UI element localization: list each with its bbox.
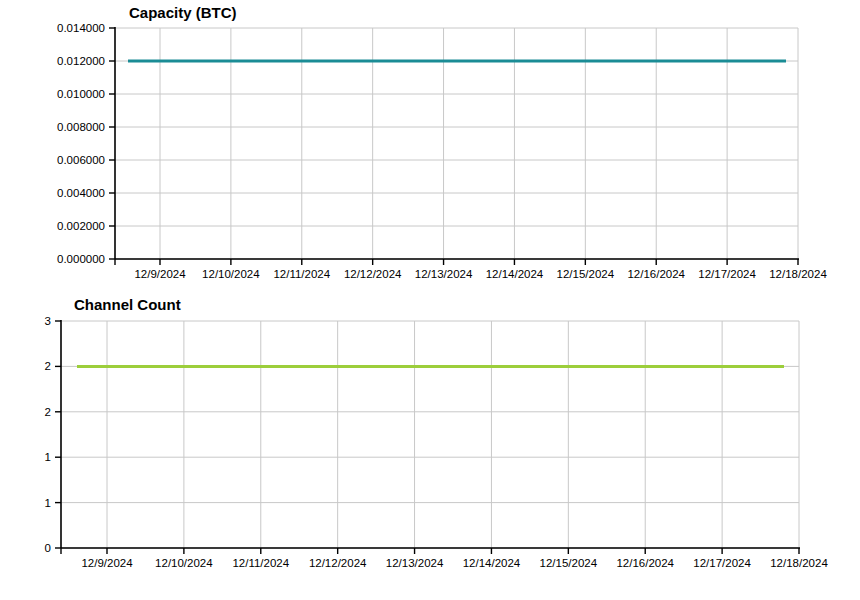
x-tick-label: 12/17/2024 bbox=[698, 268, 756, 280]
y-tick-label: 0.002000 bbox=[57, 220, 105, 232]
y-tick-label: 0.004000 bbox=[57, 187, 105, 199]
charts-panel: Capacity (BTC) 0.0140000.0120000.0100000… bbox=[0, 0, 860, 600]
y-tick-label: 0 bbox=[45, 542, 51, 554]
x-tick-label: 12/12/2024 bbox=[309, 557, 367, 569]
x-tick-label: 12/10/2024 bbox=[155, 557, 213, 569]
x-tick-label: 12/13/2024 bbox=[415, 268, 473, 280]
x-tick-label: 12/14/2024 bbox=[463, 557, 521, 569]
x-tick-label: 12/11/2024 bbox=[273, 268, 330, 280]
y-tick-label: 0.012000 bbox=[57, 55, 105, 67]
y-tick-label: 2 bbox=[45, 360, 51, 372]
y-tick-label: 0.008000 bbox=[57, 121, 105, 133]
x-tick-label: 12/16/2024 bbox=[616, 557, 674, 569]
y-tick-label: 0.014000 bbox=[57, 22, 105, 34]
x-tick-label: 12/9/2024 bbox=[81, 557, 133, 569]
x-tick-label: 12/9/2024 bbox=[134, 268, 186, 280]
x-tick-label: 12/15/2024 bbox=[557, 268, 615, 280]
x-tick-label: 12/14/2024 bbox=[486, 268, 544, 280]
x-tick-label: 12/16/2024 bbox=[627, 268, 685, 280]
x-tick-label: 12/11/2024 bbox=[232, 557, 289, 569]
y-tick-label: 2 bbox=[45, 406, 51, 418]
y-tick-label: 0.010000 bbox=[57, 88, 105, 100]
x-tick-label: 12/18/2024 bbox=[769, 268, 827, 280]
y-tick-label: 3 bbox=[45, 315, 51, 327]
x-tick-label: 12/10/2024 bbox=[202, 268, 260, 280]
y-tick-label: 1 bbox=[45, 451, 51, 463]
x-tick-label: 12/17/2024 bbox=[693, 557, 751, 569]
x-tick-label: 12/18/2024 bbox=[770, 557, 828, 569]
y-tick-label: 0.000000 bbox=[57, 253, 105, 265]
x-tick-label: 12/15/2024 bbox=[540, 557, 598, 569]
y-tick-label: 0.006000 bbox=[57, 154, 105, 166]
x-tick-label: 12/12/2024 bbox=[344, 268, 402, 280]
channel-count-chart-plot: 32211012/9/202412/10/202412/11/202412/12… bbox=[0, 290, 860, 600]
capacity-chart-plot: 0.0140000.0120000.0100000.0080000.006000… bbox=[0, 0, 860, 290]
y-tick-label: 1 bbox=[45, 497, 51, 509]
x-tick-label: 12/13/2024 bbox=[386, 557, 444, 569]
